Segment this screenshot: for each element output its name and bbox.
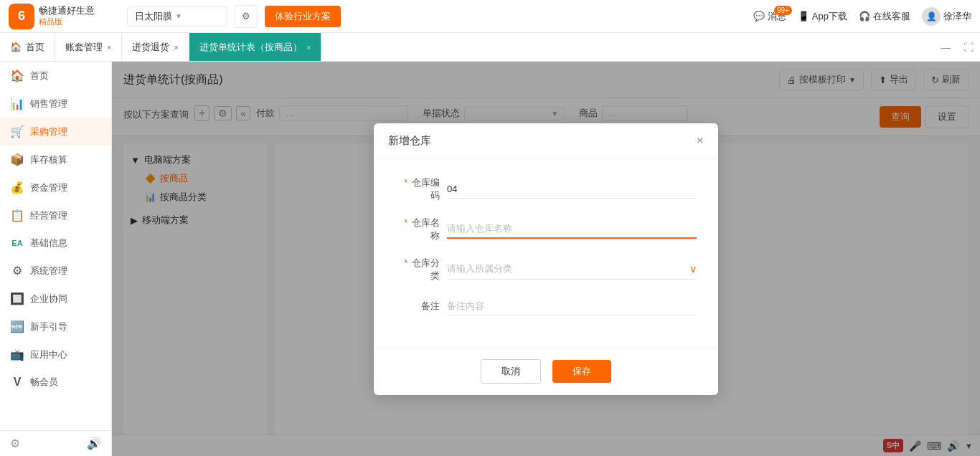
label-remark: 备注 — [395, 300, 447, 313]
app-download-btn[interactable]: 📱 App下载 — [798, 10, 847, 23]
tab-close-purchase-return[interactable]: × — [174, 43, 178, 52]
new-warehouse-modal: 新增仓库 × * 仓库编码 * — [374, 123, 718, 395]
inventory-icon: 📦 — [10, 153, 24, 166]
top-right-area: 💬 消息 99+ 📱 App下载 🎧 在线客服 👤 徐泽华 — [753, 7, 971, 26]
home-icon: 🏠 — [10, 69, 24, 82]
sales-icon: 📊 — [10, 97, 24, 110]
maximize-button[interactable]: ⛶ — [957, 33, 980, 62]
modal-title: 新增仓库 — [388, 134, 431, 148]
form-row-remark: 备注 — [395, 297, 697, 315]
message-icon: 💬 — [753, 11, 765, 22]
warehouse-remark-input[interactable] — [447, 297, 697, 315]
window-buttons: — ⛶ — [934, 33, 980, 62]
store-selector[interactable]: 日太阳膜 ▼ — [127, 6, 227, 27]
home-icon: 🏠 — [10, 42, 22, 52]
gear-icon: ⚙ — [242, 11, 250, 22]
sidebar-item-home[interactable]: 🏠 首页 — [0, 62, 111, 90]
required-star: * — [404, 177, 407, 188]
form-row-code: * 仓库编码 — [395, 176, 697, 202]
tab-purchase-return[interactable]: 进货退货 × — [122, 33, 189, 62]
system-icon: ⚙ — [10, 264, 24, 277]
chevron-down-icon: ▼ — [175, 12, 182, 20]
logo-area: 6 畅捷通好生意 精品版 — [9, 4, 120, 29]
guide-icon: 🆕 — [10, 320, 24, 333]
vip-icon: V — [10, 376, 24, 389]
basics-icon: EA — [10, 239, 24, 247]
minimize-button[interactable]: — — [934, 33, 957, 62]
sidebar-item-purchase[interactable]: 🛒 采购管理 — [0, 118, 111, 146]
message-badge: 99+ — [774, 6, 792, 15]
finance-icon: 💰 — [10, 181, 24, 194]
sidebar-item-operations[interactable]: 📋 经营管理 — [0, 201, 111, 229]
online-service-btn[interactable]: 🎧 在线客服 — [859, 10, 910, 23]
sidebar-item-enterprise[interactable]: 🔲 企业协同 — [0, 285, 111, 313]
modal-overlay: 新增仓库 × * 仓库编码 * — [112, 62, 980, 456]
required-star-category: * — [404, 257, 407, 268]
sidebar-item-sales[interactable]: 📊 销售管理 — [0, 90, 111, 118]
warehouse-category-select[interactable]: 请输入所属分类 ∨ — [447, 259, 697, 280]
sidebar-item-system[interactable]: ⚙ 系统管理 — [0, 257, 111, 285]
volume-icon[interactable]: 🔊 — [87, 437, 101, 450]
save-button[interactable]: 保存 — [552, 360, 611, 383]
label-category: * 仓库分类 — [395, 257, 447, 282]
content-area: 进货单统计(按商品) 🖨 按模板打印 ▼ ⬆ 导出 ↻ 刷新 按以下方案查询 — [112, 62, 980, 456]
modal-header: 新增仓库 × — [374, 123, 718, 159]
apps-icon: 📺 — [10, 348, 24, 361]
sidebar-item-guide[interactable]: 🆕 新手引导 — [0, 313, 111, 341]
settings-button[interactable]: ⚙ — [235, 5, 258, 28]
warehouse-code-input[interactable] — [447, 180, 697, 199]
headset-icon: 🎧 — [859, 11, 870, 22]
main-layout: 🏠 首页 📊 销售管理 🛒 采购管理 📦 库存核算 💰 资金管理 📋 经营管理 … — [0, 62, 980, 456]
operations-icon: 📋 — [10, 209, 24, 222]
enterprise-icon: 🔲 — [10, 292, 24, 305]
top-bar: 6 畅捷通好生意 精品版 日太阳膜 ▼ ⚙ 体验行业方案 💬 消息 99+ 📱 … — [0, 0, 980, 33]
purchase-icon: 🛒 — [10, 125, 24, 138]
app-name: 畅捷通好生意 — [39, 5, 95, 17]
category-arrow-icon: ∨ — [689, 263, 697, 275]
message-btn[interactable]: 💬 消息 99+ — [753, 10, 786, 23]
tab-close-account[interactable]: × — [107, 43, 111, 52]
cancel-button[interactable]: 取消 — [481, 359, 541, 384]
sidebar-item-apps[interactable]: 📺 应用中心 — [0, 341, 111, 369]
sidebar-item-inventory[interactable]: 📦 库存核算 — [0, 146, 111, 174]
category-placeholder: 请输入所属分类 — [447, 262, 512, 275]
modal-footer: 取消 保存 — [374, 347, 718, 395]
sidebar: 🏠 首页 📊 销售管理 🛒 采购管理 📦 库存核算 💰 资金管理 📋 经营管理 … — [0, 62, 112, 456]
modal-body: * 仓库编码 * 仓库名称 — [374, 159, 718, 347]
warehouse-name-input[interactable] — [447, 219, 697, 239]
tab-purchase-stats[interactable]: 进货单统计表（按商品） × — [189, 33, 321, 62]
tab-account[interactable]: 账套管理 × — [55, 33, 122, 62]
tab-home[interactable]: 🏠 首页 — [0, 33, 55, 62]
store-name: 日太阳膜 — [135, 10, 172, 23]
nav-tabs: 🏠 首页 账套管理 × 进货退货 × 进货单统计表（按商品） × — ⛶ — [0, 33, 980, 62]
phone-icon: 📱 — [798, 11, 809, 22]
required-star-name: * — [404, 217, 407, 228]
form-row-category: * 仓库分类 请输入所属分类 ∨ — [395, 257, 697, 282]
form-row-name: * 仓库名称 — [395, 217, 697, 242]
trial-button[interactable]: 体验行业方案 — [265, 6, 341, 27]
label-name: * 仓库名称 — [395, 217, 447, 242]
sidebar-item-finance[interactable]: 💰 资金管理 — [0, 174, 111, 201]
sidebar-item-vip[interactable]: V 畅会员 — [0, 369, 111, 396]
sidebar-bottom: ⚙ 🔊 — [0, 430, 111, 456]
modal-close-button[interactable]: × — [696, 133, 704, 148]
app-badge: 精品版 — [39, 16, 95, 27]
tab-close-purchase-stats[interactable]: × — [306, 43, 311, 52]
sidebar-item-basics[interactable]: EA 基础信息 — [0, 229, 111, 257]
user-menu-btn[interactable]: 👤 徐泽华 — [922, 7, 971, 26]
app-logo: 6 — [9, 4, 34, 29]
settings-small-icon[interactable]: ⚙ — [10, 437, 20, 450]
label-code: * 仓库编码 — [395, 176, 447, 202]
avatar: 👤 — [922, 7, 941, 26]
